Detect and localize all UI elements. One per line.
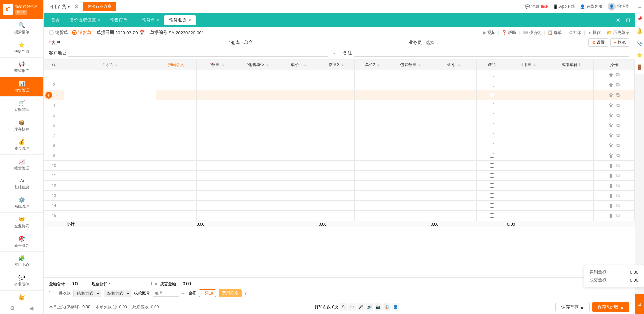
cell-qty2-8[interactable] [319, 140, 354, 150]
maximize-button[interactable]: ⊡ [624, 16, 632, 24]
cell-qty2-2[interactable] [319, 80, 354, 90]
right-active-icon[interactable]: ⊡ [635, 294, 644, 314]
cell-pkg-6[interactable] [390, 120, 431, 130]
cell-amount-2[interactable] [431, 80, 477, 90]
cell-price-6[interactable] [278, 120, 319, 130]
action-btn-select[interactable]: 📋选单 [548, 30, 562, 36]
cell-unit-10[interactable] [237, 161, 278, 171]
copy-row-button-8[interactable]: ⧉ [615, 142, 620, 149]
gift-checkbox-11[interactable] [490, 173, 494, 178]
tab-close-sales_delivery[interactable]: × [157, 18, 159, 22]
sidebar-item-marketing[interactable]: 📢营销推广 [0, 58, 43, 77]
cell-gift-13[interactable] [477, 191, 507, 201]
cell-gift-2[interactable] [477, 80, 507, 90]
sidebar-item-guide[interactable]: 🎯新手引导 [0, 232, 43, 252]
cash-discount-input[interactable] [114, 280, 148, 287]
app-download-item[interactable]: 📱 App下载 [553, 4, 575, 9]
category-select[interactable]: 日用百货 ▾ [49, 4, 70, 10]
sidebar-item-system[interactable]: ⚙️系统管理 [0, 193, 43, 213]
cell-qty2-10[interactable] [319, 161, 354, 171]
cell-gift-12[interactable] [477, 181, 507, 191]
cell-amount-1[interactable] [431, 70, 477, 80]
right-icon-3[interactable]: 🔔 [635, 27, 644, 35]
cell-qty2-14[interactable] [319, 201, 354, 211]
s-icon[interactable]: S [340, 303, 347, 311]
delete-row-button-2[interactable]: 🗑 [608, 82, 614, 88]
cell-unit-6[interactable] [237, 120, 278, 130]
delete-row-button-7[interactable]: 🗑 [608, 132, 614, 139]
sidebar-item-sales[interactable]: 📊销售管理 [0, 77, 43, 97]
delete-row-button-10[interactable]: 🗑 [608, 162, 614, 169]
cell-product-9[interactable] [64, 150, 156, 161]
cell-price-13[interactable] [278, 191, 319, 201]
cell-gift-3[interactable] [477, 90, 507, 100]
copy-row-button-10[interactable]: ⧉ [615, 162, 620, 169]
cell-amount-12[interactable] [431, 181, 477, 191]
cell-qty-4[interactable] [197, 100, 237, 110]
action-btn-history[interactable]: 📂历史单据 [607, 30, 629, 36]
cell-amount-9[interactable] [431, 150, 477, 161]
tab-close-sales_order[interactable]: × [129, 18, 131, 22]
cell-product-2[interactable] [64, 80, 156, 90]
shirt-icon[interactable]: 👔 [383, 303, 391, 311]
cell-pkg-4[interactable] [390, 100, 431, 110]
cell-qty-13[interactable] [197, 191, 237, 201]
account-dots[interactable]: ··· [182, 291, 185, 296]
sidebar-item-shortcut[interactable]: ⭐快捷导航 [0, 38, 43, 58]
cell-amount-15[interactable] [431, 211, 477, 221]
cell-product-8[interactable] [64, 140, 156, 150]
delete-row-button-5[interactable]: 🗑 [608, 112, 614, 119]
cell-product-4[interactable] [64, 100, 156, 110]
right-icon-1[interactable]: ≡ [637, 3, 642, 11]
cell-unit-8[interactable] [237, 140, 278, 150]
copy-row-button-7[interactable]: ⧉ [615, 132, 620, 139]
cell-product-1[interactable] [64, 70, 156, 80]
sort-unit-icon[interactable]: ⇅ [266, 63, 269, 67]
settle-method-select[interactable]: 结算方式 [73, 290, 101, 297]
cell-qty2-15[interactable] [319, 211, 354, 221]
radio-return[interactable]: 退货单 [72, 29, 91, 36]
delete-row-button-13[interactable]: 🗑 [608, 192, 614, 199]
tab-close-sales_return[interactable]: × [189, 18, 191, 22]
cell-price-11[interactable] [278, 171, 319, 181]
account-input[interactable] [153, 290, 179, 297]
cell-price-4[interactable] [278, 100, 319, 110]
cell-amount-8[interactable] [431, 140, 477, 150]
cell-pkg-13[interactable] [390, 191, 431, 201]
gift-checkbox-2[interactable] [490, 83, 494, 87]
cell-product-14[interactable] [64, 201, 156, 211]
product-input-3[interactable] [66, 92, 154, 98]
note-input[interactable] [354, 49, 629, 57]
customer-dots[interactable]: ··· [217, 40, 221, 45]
gift-checkbox-5[interactable] [490, 113, 494, 117]
cell-amount-4[interactable] [431, 100, 477, 110]
sidebar-item-search[interactable]: 🔍搜索菜单 [0, 19, 43, 38]
gift-checkbox-13[interactable] [490, 193, 494, 198]
tab-sales_delivery[interactable]: 销货单 × [137, 15, 164, 25]
sidebar-item-member[interactable]: 👑畅会员 [0, 291, 43, 302]
calc-method-select[interactable]: 结算方式 [104, 290, 131, 297]
gift-checkbox-15[interactable] [490, 213, 494, 218]
cell-gift-8[interactable] [477, 140, 507, 150]
cell-qty-5[interactable] [197, 110, 237, 120]
sort-pkg-icon[interactable]: ⇅ [418, 63, 421, 67]
one-key-pay-check[interactable] [49, 291, 53, 295]
topbar-gear-icon[interactable]: ⚙ [74, 3, 79, 10]
copy-row-button-14[interactable]: ⧉ [615, 202, 620, 209]
delete-row-button-12[interactable]: 🗑 [608, 182, 614, 189]
cell-amount-10[interactable] [431, 161, 477, 171]
delete-row-button-3[interactable]: 🗑 [608, 92, 614, 99]
cell-unit2-5[interactable] [354, 110, 390, 120]
gift-checkbox-12[interactable] [490, 183, 494, 188]
cell-amount-13[interactable] [431, 191, 477, 201]
sidebar-item-app[interactable]: 🧩应用中心 [0, 252, 43, 271]
gift-checkbox-4[interactable] [490, 103, 494, 107]
th-settings[interactable]: ⚙ [44, 60, 64, 70]
cell-unit2-14[interactable] [354, 201, 390, 211]
cell-price-5[interactable] [278, 110, 319, 120]
tab-sales_return[interactable]: 销货退货 × [164, 15, 195, 25]
copy-row-button-1[interactable]: ⧉ [615, 71, 620, 78]
cell-amount-11[interactable] [431, 171, 477, 181]
save-draft-button[interactable]: 保存草稿 ▲ [555, 302, 590, 312]
sidebar-item-enterprise[interactable]: 🤝企业协同 [0, 213, 43, 232]
